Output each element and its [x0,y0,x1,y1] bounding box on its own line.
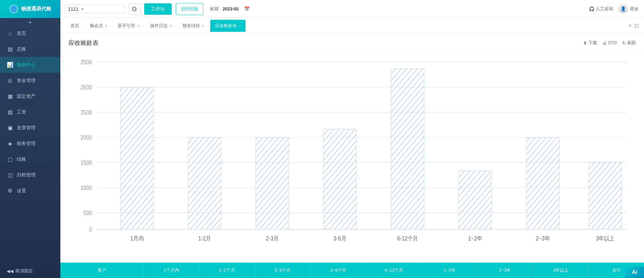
svg-text:0: 0 [89,226,92,233]
header-right: 🎧 人工咨询 👤 用友 [589,4,639,14]
print-label: 打印 [608,40,617,46]
period-value: 2023-02 [223,6,239,11]
tab-aging[interactable]: 应收账龄表 × [210,20,246,32]
sidebar-label-tax: 税务管理 [17,141,36,147]
svg-text:2~3年: 2~3年 [536,235,550,242]
sidebar-label-salary: 工资 [17,109,26,115]
tab-period-end-close[interactable]: × [202,24,204,28]
sidebar-item-checkout[interactable]: ▢ 结账 [0,151,60,167]
settings-icon: ⚙ [7,188,13,194]
logo: 🌀 畅捷通易代账 [0,0,60,18]
refresh-icon: ↻ [622,41,626,46]
pin-icon: ◀◀ [7,269,13,274]
th-month612: 6~12个月 [366,263,422,278]
th-month12: 1~2个月 [199,263,255,278]
tab-bar: 首页 畅会员 × 新手引导 × 操作日志 × 期末结转 × 应收账龄表 × [60,18,644,33]
unpin-label: 取消固定 [15,268,33,274]
tab-member-close[interactable]: × [105,24,107,28]
sidebar-item-home[interactable]: ⌂ 首页 [0,26,60,41]
svg-rect-27 [391,69,424,229]
svg-text:500: 500 [84,209,92,216]
switch-version-button[interactable]: 切到旧版 [176,3,203,15]
tax-icon: ◈ [7,140,13,147]
salary-icon: ▨ [7,109,13,115]
close-tab-button[interactable]: × [629,23,632,29]
svg-rect-23 [256,137,289,229]
sidebar-label-archive: 归档管理 [17,172,36,178]
ai-badge[interactable]: Ai [625,267,644,278]
scroll-up-indicator: ▲ [0,18,60,26]
tab-oplog-label: 操作日志 [150,23,168,29]
calendar-icon[interactable]: 📅 [244,6,250,11]
svg-text:1000: 1000 [80,184,92,191]
sidebar-item-archive[interactable]: ◫ 归档管理 [0,167,60,183]
th-month36: 3~6个月 [311,263,366,278]
svg-text:1500: 1500 [80,159,92,166]
svg-rect-25 [323,129,357,229]
svg-text:2000: 2000 [80,134,92,141]
page-content: 应收账龄表 ⬇ 下载 🖨 打印 ↻ 刷新 [60,33,644,278]
workbench-button[interactable]: 工作台 [144,3,172,15]
chart-container: 2500 2500 2500 2000 1500 1000 500 0 [60,51,644,263]
funds-icon: ◎ [7,77,13,84]
tab-oplog-close[interactable]: × [170,24,172,28]
svg-text:3-6月: 3-6月 [333,235,346,242]
svg-text:1~2年: 1~2年 [468,235,482,242]
sidebar-item-reports[interactable]: 📊 报表中心 [0,57,60,73]
sidebar-item-assets[interactable]: ▦ 固定资产 [0,88,60,104]
headset-icon: 🎧 [589,6,594,11]
refresh-button[interactable]: ↻ 刷新 [622,40,636,46]
refresh-label: 刷新 [627,40,636,46]
sidebar-label-checkout: 结账 [17,156,26,162]
sidebar-item-salary[interactable]: ▨ 工资 [0,104,60,120]
svg-text:3年以上: 3年以上 [596,235,614,242]
svg-text:1月内: 1月内 [130,235,144,242]
svg-rect-19 [120,87,154,229]
home-icon: ⌂ [7,30,13,37]
sidebar-label-ledger: 总账 [17,46,26,52]
archive-icon: ◫ [7,172,13,178]
download-label: 下载 [588,40,597,46]
main-layout: ▲ ⌂ 首页 ▤ 总账 📊 报表中心 ◎ 资金管理 ▦ 固定资产 ▨ 工资 ▣ … [0,18,644,278]
sidebar-label-settings: 设置 [17,188,26,194]
logo-text: 畅捷通易代账 [21,6,51,12]
content-area: 首页 畅会员 × 新手引导 × 操作日志 × 期末结转 × 应收账龄表 × [60,18,644,278]
sidebar-item-funds[interactable]: ◎ 资金管理 [0,73,60,88]
tab-home[interactable]: 首页 [66,20,84,32]
sidebar-item-ledger[interactable]: ▤ 总账 [0,41,60,57]
sidebar-label-reports: 报表中心 [17,62,36,68]
tab-actions: × ⊡ [629,22,639,29]
unpin-button[interactable]: ◀◀ 取消固定 [0,264,60,278]
sidebar-label-funds: 资金管理 [17,78,36,84]
svg-text:2500: 2500 [80,109,92,116]
svg-text:2-3月: 2-3月 [266,235,279,242]
tab-guide-close[interactable]: × [137,24,139,28]
tab-guide[interactable]: 新手引导 × [113,20,144,32]
chevron-down-icon: ▼ [80,7,84,11]
reports-icon: 📊 [7,62,13,68]
page-actions: ⬇ 下载 🖨 打印 ↻ 刷新 [583,40,636,46]
top-header: 🌀 畅捷通易代账 1111 ▼ 工作台 切到旧版 账期 2023-02 📅 🎧 … [0,0,644,18]
tab-home-label: 首页 [70,23,79,29]
logo-icon: 🌀 [9,4,18,14]
svg-text:2500: 2500 [80,84,92,91]
sidebar-item-invoice[interactable]: ▣ 发票管理 [0,120,60,136]
copy-button[interactable] [129,3,140,15]
sidebar-item-settings[interactable]: ⚙ 设置 [0,183,60,199]
tab-member[interactable]: 畅会员 × [85,20,112,32]
svg-rect-29 [459,171,492,229]
th-month1: 1个月内 [144,263,199,278]
sidebar-item-tax[interactable]: ◈ 税务管理 [0,136,60,151]
maximize-tab-button[interactable]: ⊡ [634,22,639,29]
tab-aging-close[interactable]: × [239,24,241,28]
tab-period-end[interactable]: 期末结转 × [178,20,209,32]
tab-oplog[interactable]: 操作日志 × [146,20,176,32]
support-button[interactable]: 🎧 人工咨询 [589,6,613,12]
user-button[interactable]: 👤 用友 [619,4,639,14]
table-header: 客户 1个月内 1~2个月 2~3个月 3~6个月 6~12个月 [60,263,644,278]
print-button[interactable]: 🖨 打印 [602,40,617,46]
th-year23: 2~3年 [477,263,533,278]
company-selector[interactable]: 1111 ▼ [64,5,125,13]
support-label: 人工咨询 [596,6,613,12]
download-button[interactable]: ⬇ 下载 [583,40,597,46]
